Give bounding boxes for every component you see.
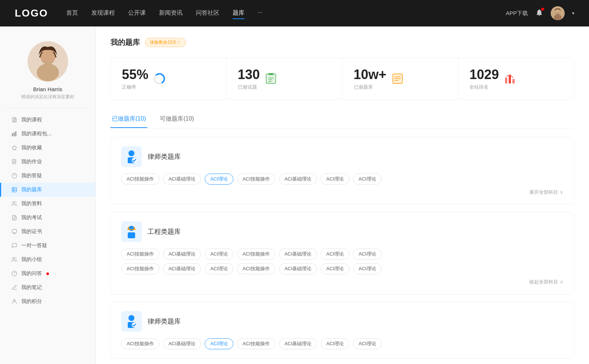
bank-tag[interactable]: ACI基础理论	[163, 249, 201, 260]
bank-tag[interactable]: ACI理论	[353, 263, 382, 274]
app-download-button[interactable]: APP下载	[506, 10, 528, 17]
bank-tag[interactable]: ACI理论	[205, 249, 233, 260]
svg-point-33	[128, 150, 134, 156]
sidebar-item-question-bank[interactable]: 我的题库	[0, 183, 95, 197]
person-icon	[11, 298, 18, 305]
page-header: 我的题库 体验剩余23天！	[110, 38, 574, 47]
profile-avatar	[28, 41, 68, 82]
bank-card-lawyer-2-header: 律师类题库	[121, 311, 564, 332]
bank-tag[interactable]: ACI理论	[353, 174, 382, 185]
bank-tag-selected[interactable]: ACI理论	[205, 174, 233, 185]
sidebar-item-homework[interactable]: 我的作业	[0, 155, 95, 169]
nav-link-discover[interactable]: 发现课程	[91, 8, 115, 19]
nav-link-qa[interactable]: 问答社区	[196, 8, 219, 19]
main-content: 我的题库 体验剩余23天！ 55% 正确率 130	[96, 26, 589, 364]
user-avatar[interactable]	[551, 6, 565, 20]
sidebar-item-favorites[interactable]: 我的收藏	[0, 141, 95, 155]
sidebar-item-qa-answer[interactable]: 我的答疑	[0, 169, 95, 183]
questions-notification-dot	[46, 272, 49, 275]
stat-correct-rate-number: 55%	[122, 67, 148, 82]
bank-tag[interactable]: ACI技能操作	[121, 174, 159, 185]
svg-rect-8	[14, 132, 15, 136]
bank-tag[interactable]: ACI基础理论	[279, 249, 317, 260]
bank-tag[interactable]: ACI技能操作	[121, 249, 159, 260]
sidebar-item-notes-label: 我的笔记	[21, 284, 42, 291]
bank-tag[interactable]: ACI理论	[205, 263, 233, 274]
sidebar: Brian Harris 错误的决定比没有决定要好 我的课程 我的课程包...	[0, 26, 96, 364]
stat-done-questions-number: 130	[238, 67, 260, 82]
bank-tag[interactable]: ACI技能操作	[237, 174, 275, 185]
bank-tag[interactable]: ACI理论	[321, 174, 349, 185]
bank-card-engineer-title: 工程类题库	[148, 227, 181, 236]
sidebar-profile: Brian Harris 错误的决定比没有决定要好	[0, 34, 95, 104]
sidebar-item-points-label: 我的积分	[21, 298, 42, 305]
sidebar-item-notes[interactable]: 我的笔记	[0, 281, 95, 295]
nav-link-open-course[interactable]: 公开课	[128, 8, 146, 19]
tab-row: 已做题库(10) 可做题库(10)	[110, 111, 574, 128]
bank-tag[interactable]: ACI基础理论	[279, 338, 317, 349]
stat-correct-rate-text: 55% 正确率	[122, 67, 148, 90]
stat-correct-rate: 55% 正确率	[111, 58, 227, 99]
bank-card-engineer-tags-row2: ACI技能操作 ACI基础理论 ACI理论 ACI技能操作 ACI基础理论 AC…	[121, 263, 564, 274]
sidebar-item-exam[interactable]: 我的考试	[0, 211, 95, 225]
main-layout: Brian Harris 错误的决定比没有决定要好 我的课程 我的课程包...	[0, 26, 589, 364]
bank-tag[interactable]: ACI理论	[353, 249, 382, 260]
tab-done-banks[interactable]: 已做题库(10)	[110, 111, 147, 128]
svg-point-36	[129, 226, 134, 231]
nav-link-news[interactable]: 新闻资讯	[159, 8, 183, 19]
avatar-dropdown-arrow[interactable]: ▾	[572, 11, 574, 16]
svg-point-22	[13, 299, 15, 301]
bank-card-lawyer-1-header: 律师类题库	[121, 146, 564, 167]
bank-tag[interactable]: ACI基础理论	[163, 174, 201, 185]
bank-tag[interactable]: ACI技能操作	[121, 263, 159, 274]
sidebar-item-certificate[interactable]: 我的证书	[0, 225, 95, 239]
avatar-image	[551, 6, 565, 20]
svg-point-12	[12, 173, 17, 178]
bank-tag[interactable]: ACI基础理论	[163, 263, 201, 274]
profile-motto: 错误的决定比没有决定要好	[21, 94, 74, 100]
svg-rect-7	[12, 133, 13, 136]
star-icon	[11, 144, 18, 151]
svg-point-20	[12, 271, 17, 276]
bank-tag[interactable]: ACI基础理论	[279, 263, 317, 274]
sidebar-item-course-packages[interactable]: 我的课程包...	[0, 127, 95, 141]
bank-tag[interactable]: ACI技能操作	[237, 338, 275, 349]
bank-tag-selected[interactable]: ACI理论	[205, 338, 233, 349]
stat-done-banks-icon	[391, 72, 404, 85]
sidebar-item-favorites-label: 我的收藏	[21, 144, 42, 151]
bank-card-engineer-footer: 收起全部科目 ∧	[121, 279, 564, 285]
notification-bell[interactable]	[535, 8, 543, 18]
expand-link[interactable]: 展开全部科目 ∨	[529, 189, 564, 196]
sidebar-item-points[interactable]: 我的积分	[0, 295, 95, 308]
stat-done-banks-label: 已做题库	[354, 84, 387, 90]
bank-tag[interactable]: ACI技能操作	[237, 263, 275, 274]
sidebar-item-1on1-qa[interactable]: 一对一答疑	[0, 239, 95, 253]
file-icon	[11, 117, 18, 123]
nav-link-more[interactable]: ···	[258, 8, 262, 19]
sidebar-item-group[interactable]: 我的小组	[0, 253, 95, 267]
bank-tag[interactable]: ACI技能操作	[121, 338, 159, 349]
bank-tag[interactable]: ACI基础理论	[279, 174, 317, 185]
stat-done-banks-number: 10w+	[354, 67, 387, 82]
bank-tag[interactable]: ACI理论	[321, 263, 349, 274]
bank-tag[interactable]: ACI理论	[321, 249, 349, 260]
sidebar-item-my-info[interactable]: 我的资料	[0, 197, 95, 211]
nav-link-bank[interactable]: 题库	[233, 8, 244, 19]
question-icon	[11, 270, 18, 277]
bank-tag[interactable]: ACI理论	[321, 338, 349, 349]
tab-available-banks[interactable]: 可做题库(10)	[158, 111, 195, 128]
svg-point-2	[554, 14, 561, 20]
sidebar-item-courses[interactable]: 我的课程	[0, 113, 95, 127]
collapse-link[interactable]: 收起全部科目 ∧	[529, 279, 564, 285]
sidebar-item-my-questions[interactable]: 我的问答	[0, 267, 95, 281]
sidebar-item-exam-label: 我的考试	[21, 214, 42, 221]
svg-point-19	[13, 257, 14, 259]
ranking-icon	[504, 72, 516, 85]
page-title: 我的题库	[110, 38, 140, 47]
bank-tag[interactable]: ACI基础理论	[163, 338, 201, 349]
notification-dot	[541, 8, 544, 11]
stat-done-questions: 130 已做试题	[227, 58, 343, 99]
bank-tag[interactable]: ACI技能操作	[237, 249, 275, 260]
nav-link-home[interactable]: 首页	[66, 8, 78, 19]
bank-tag[interactable]: ACI理论	[353, 338, 382, 349]
